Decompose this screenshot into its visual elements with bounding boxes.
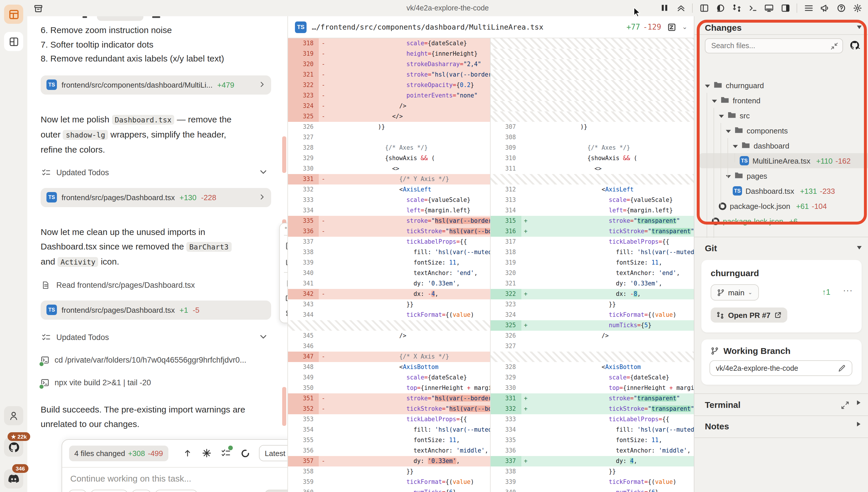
tree-item-churnguard[interactable]: churnguard [699,78,868,93]
divider [695,438,868,438]
scroll-up-icon[interactable] [182,448,193,458]
todo-active-dot [228,446,233,450]
message-hover-toolbar: ••• [279,223,287,323]
tool-call-row[interactable]: Updated Todos [41,332,267,343]
change-sign: - [319,226,328,237]
help-icon[interactable] [836,3,846,13]
tool-call-row[interactable]: Updated Todos [41,167,267,178]
todos-status-icon[interactable] [220,448,231,458]
pause-icon[interactable] [660,3,670,13]
tree-item-multilinearea-tsx[interactable]: TSMultiLineArea.tsx+110-162 [699,153,868,168]
file-change-chip[interactable]: TSfrontend/src/components/dashboard/Mult… [41,75,271,94]
changes-status-row: 4 files changed +308 -499 Latest ⌄ [69,445,287,461]
file-change-chip[interactable]: TSfrontend/src/pages/Dashboard.tsx+130-2… [41,188,271,207]
chevron-down-icon[interactable] [260,333,267,342]
terminal-command-row[interactable]: cd /private/var/folders/10/h7w0q46556ggr… [41,355,273,364]
chevron-down-icon[interactable] [260,168,267,177]
version-dropdown[interactable]: Latest ⌄ [259,445,287,461]
tree-item-pages[interactable]: pages [699,168,868,183]
change-sign [521,487,531,492]
tree-item-frontend[interactable]: frontend [699,93,868,108]
line-number: 337 [288,237,319,247]
chevron-right-icon [259,79,265,90]
inline-code: BarChart3 [186,242,231,251]
notes-expand-caret[interactable] [857,422,861,426]
push-ahead-count[interactable]: ↑1 [822,288,830,296]
git-compare-icon[interactable] [284,309,287,320]
diff-code-row: 342- dx: -4, [288,289,490,299]
search-input[interactable] [710,41,831,50]
tool-call-row[interactable]: Read frontend/src/pages/Dashboard.tsx [41,280,267,290]
send-button[interactable]: Send [265,490,287,492]
terminal-command-row[interactable]: npx vite build 2>&1 | tail -20 [41,378,273,387]
monitor-icon[interactable] [284,294,287,304]
notes-section-title[interactable]: Notes [705,421,729,431]
mode-dropdown[interactable]: Default⌄ [155,490,198,492]
file-search-box[interactable] [705,38,843,53]
diff-view-icon[interactable] [666,22,677,32]
edit-pencil-icon[interactable] [838,364,846,372]
line-number: 331 [288,174,319,184]
tree-item-src[interactable]: src [699,108,868,123]
line-number: 328 [288,143,319,153]
tree-item-dashboard-tsx[interactable]: TSDashboard.tsx+131-233 [699,183,868,198]
github-cat-icon[interactable] [849,40,861,53]
line-number: 320 [288,59,319,70]
menu-icon[interactable] [803,3,814,13]
panel-left-icon[interactable] [699,3,709,13]
model-dropdown[interactable]: Opus⌄ [91,490,127,492]
git-section-title[interactable]: Git [705,243,717,253]
code-text: tickStroke="hsl(var(--border))" [328,226,490,237]
divider [797,3,797,13]
tree-item-components[interactable]: components [699,123,868,138]
terminal-expand-caret[interactable] [857,401,861,404]
more-options-icon[interactable]: ••• [284,226,287,230]
change-sign [319,268,328,278]
changes-collapse-caret[interactable] [857,26,862,29]
tree-item-dashboard[interactable]: dashboard [699,138,868,153]
composer-placeholder[interactable]: Continue working on this task... [70,473,191,483]
tree-item-package-lock-json[interactable]: package-lock.json+61-104 [699,198,868,214]
boards-button[interactable] [4,32,23,51]
tree-item-package-lock-json[interactable]: package-lock.json+6 [699,214,868,228]
monitor-icon[interactable] [764,3,774,13]
files-changed-chip[interactable]: 4 files changed +308 -499 [69,445,168,461]
code-text: textAnchor: 'end', [328,268,490,278]
working-branch-field[interactable]: vk/4e2a-explore-the-code [709,360,852,376]
diff-gap-row [490,174,695,184]
settings-sliders-button[interactable] [69,490,87,492]
added-count: +308 [128,449,145,458]
diff-code-row: 350 top={innerHeight + margin.top} [288,383,490,393]
panel-right-icon[interactable] [780,3,790,13]
megaphone-icon[interactable] [820,3,830,13]
chat-panel[interactable]: 6. Remove zoom instruction noise7. Softe… [27,16,287,492]
spark-icon[interactable] [202,448,212,458]
change-sign: - [319,174,328,184]
chat-bubble-icon[interactable] [715,3,725,13]
fast-forward-button[interactable] [132,490,151,492]
diff-old-column[interactable]: 318- scale={dateScale}319- height={inner… [288,38,490,492]
line-number: 336 [288,226,319,237]
play-icon[interactable] [284,278,287,288]
branch-dropdown[interactable]: main ⌄ [711,284,758,300]
stamp-icon[interactable] [284,241,287,251]
git-compare-icon[interactable] [731,3,742,13]
file-change-chip[interactable]: TSfrontend/src/pages/Dashboard.tsx+1-5 [41,300,271,319]
expand-terminal-icon[interactable] [841,401,849,411]
app-logo[interactable] [4,5,23,24]
git-collapse-caret[interactable] [857,246,862,249]
collapse-up-icon[interactable] [676,3,686,13]
added-count: +61 [796,202,809,210]
collapse-tree-icon[interactable] [831,42,838,50]
open-pr-button[interactable]: Open PR #7 [711,308,787,323]
gear-icon[interactable] [852,3,862,13]
account-button[interactable] [4,406,23,425]
changes-section-title[interactable]: Changes [705,23,742,32]
terminal-section-title[interactable]: Terminal [705,400,741,410]
copy-icon[interactable] [284,256,287,267]
collapse-diff-chevron[interactable]: ⌄ [682,23,687,31]
terminal-icon[interactable] [748,3,758,13]
diff-new-column[interactable]: 307 )}308309 {/* Axes */}310 {showAxis &… [490,38,695,492]
change-sign [319,205,328,216]
repo-more-menu[interactable]: ··· [843,286,853,295]
